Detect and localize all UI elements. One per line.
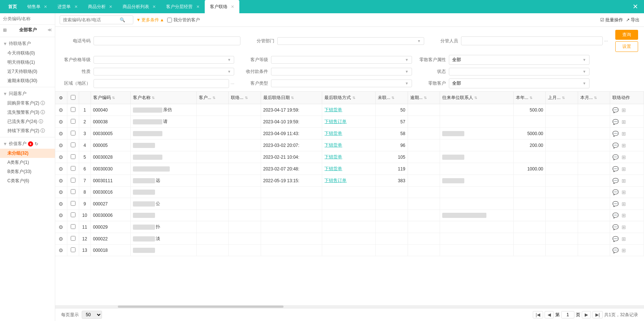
- customer-grade-select[interactable]: ▼: [271, 56, 412, 64]
- overdue-days-header[interactable]: 逾期... ⇅: [408, 92, 440, 104]
- batch-operation-link[interactable]: ☑ 批量操作: [600, 17, 623, 23]
- collapse-icon[interactable]: ≪: [47, 28, 52, 32]
- message-icon[interactable]: 💬: [612, 166, 619, 172]
- row-last-method[interactable]: [322, 221, 376, 233]
- close-analysis-list-icon[interactable]: ✕: [152, 4, 156, 9]
- no-contact-days-header[interactable]: 未联... ⇅: [376, 92, 408, 104]
- row-settings[interactable]: ⚙: [55, 210, 67, 221]
- year-sales-header[interactable]: 本年... ⇅: [513, 92, 546, 104]
- sidebar-item-c-class[interactable]: C类客户(6): [0, 176, 55, 186]
- grid-action-icon[interactable]: ⊞: [622, 247, 626, 253]
- grid-action-icon[interactable]: ⊞: [622, 107, 626, 113]
- grid-action-icon[interactable]: ⊞: [622, 166, 626, 172]
- close-segment-icon[interactable]: ✕: [196, 4, 200, 9]
- row-settings[interactable]: ⚙: [55, 245, 67, 256]
- retail-customer-select[interactable]: 全部 ▼: [449, 78, 590, 88]
- sidebar-item-a-class[interactable]: A类客户(1): [0, 158, 55, 167]
- checkbox-header[interactable]: [67, 92, 79, 104]
- row-checkbox[interactable]: [67, 128, 79, 140]
- message-icon[interactable]: 💬: [612, 178, 619, 184]
- grid-action-icon[interactable]: ⊞: [622, 189, 626, 195]
- row-checkbox[interactable]: [67, 104, 79, 116]
- tab-analysis-list[interactable]: 商品分析列表 ✕: [117, 0, 161, 13]
- tab-customer-segment[interactable]: 客户分层经营 ✕: [161, 0, 204, 13]
- search-input[interactable]: [63, 17, 118, 22]
- tab-purchase[interactable]: 进货单 ✕: [52, 0, 82, 13]
- sidebar-item-overdue[interactable]: 逾期未联络(30): [0, 76, 55, 85]
- message-icon[interactable]: 💬: [612, 142, 619, 148]
- sidebar-item-week[interactable]: 近7天待联络(0): [0, 67, 55, 76]
- row-settings[interactable]: ⚙: [55, 198, 67, 210]
- message-icon[interactable]: 💬: [612, 189, 619, 195]
- row-checkbox[interactable]: [67, 116, 79, 128]
- search-icon[interactable]: 🔍: [120, 17, 125, 22]
- row-settings[interactable]: ⚙: [55, 175, 67, 187]
- sidebar-group-problem[interactable]: ▼ 问题客户: [0, 89, 55, 99]
- message-icon[interactable]: 💬: [612, 201, 619, 207]
- nature-select[interactable]: ▼: [94, 68, 234, 75]
- row-last-method[interactable]: 下销售订单: [322, 175, 376, 187]
- next-page-button[interactable]: ▶: [582, 311, 591, 318]
- grid-action-icon[interactable]: ⊞: [622, 142, 626, 148]
- sidebar-group-value[interactable]: ▼ 价值客户 ● ↻: [0, 139, 55, 149]
- phone-input[interactable]: [94, 36, 240, 45]
- last-page-button[interactable]: ▶|: [592, 311, 603, 318]
- row-settings[interactable]: ⚙: [55, 187, 67, 198]
- row-last-method[interactable]: [322, 210, 376, 221]
- my-customers-checkbox[interactable]: 我分管的客户: [167, 17, 200, 23]
- last-contact-method-header[interactable]: 最后联络方式 ⇅: [322, 92, 376, 104]
- row-last-method[interactable]: 下销货单: [322, 128, 376, 140]
- row-settings[interactable]: ⚙: [55, 128, 67, 140]
- row-settings[interactable]: ⚙: [55, 116, 67, 128]
- tab-analysis[interactable]: 商品分析 ✕: [83, 0, 117, 13]
- page-number-input[interactable]: [561, 311, 574, 318]
- dept-select[interactable]: ▼: [277, 37, 424, 45]
- row-settings[interactable]: ⚙: [55, 233, 67, 245]
- row-last-method[interactable]: [322, 187, 376, 198]
- close-analysis-icon[interactable]: ✕: [109, 4, 112, 9]
- sidebar-item-nosale[interactable]: 持续下滑客户(2) ⓘ: [0, 126, 55, 135]
- all-customers-header[interactable]: ⊞ 全部客户 ≪: [0, 25, 55, 35]
- grid-action-icon[interactable]: ⊞: [622, 119, 626, 125]
- my-customers-check[interactable]: [167, 18, 172, 22]
- export-link[interactable]: ↗ 导出: [626, 17, 640, 23]
- sidebar-item-b-class[interactable]: B类客户(33): [0, 167, 55, 176]
- row-settings[interactable]: ⚙: [55, 151, 67, 163]
- sidebar-item-churn-risk[interactable]: 流失预警客户(3) ⓘ: [0, 108, 55, 117]
- sidebar-item-ungroup[interactable]: 未分组(32): [0, 149, 55, 158]
- message-icon[interactable]: 💬: [612, 236, 619, 242]
- payment-select[interactable]: ▼: [271, 68, 412, 75]
- grid-action-icon[interactable]: ⊞: [622, 131, 626, 137]
- row-last-method[interactable]: 下销货单: [322, 151, 376, 163]
- message-icon[interactable]: 💬: [612, 119, 619, 125]
- grid-action-icon[interactable]: ⊞: [622, 154, 626, 160]
- close-purchase-icon[interactable]: ✕: [74, 4, 78, 9]
- close-contact-icon[interactable]: ✕: [231, 4, 234, 9]
- retail-attr-select[interactable]: 全部 ▼: [449, 55, 590, 65]
- sidebar-item-today[interactable]: 今天待联络(0): [0, 49, 55, 58]
- sidebar-item-tomorrow[interactable]: 明天待联络(1): [0, 58, 55, 67]
- message-icon[interactable]: 💬: [612, 107, 619, 113]
- grid-action-icon[interactable]: ⊞: [622, 224, 626, 230]
- row-checkbox[interactable]: [67, 163, 79, 175]
- last-month-header[interactable]: 上月... ⇅: [546, 92, 578, 104]
- query-button[interactable]: 查询: [615, 30, 638, 40]
- row-settings[interactable]: ⚙: [55, 104, 67, 116]
- sidebar-item-abnormal[interactable]: 回购异常客户(2) ⓘ: [0, 99, 55, 108]
- row-last-method[interactable]: 下销货单: [322, 104, 376, 116]
- contact-header[interactable]: 联络... ⇅: [229, 92, 261, 104]
- row-settings[interactable]: ⚙: [55, 140, 67, 151]
- message-icon[interactable]: 💬: [612, 212, 619, 218]
- tab-sales[interactable]: 销售单 ✕: [22, 0, 52, 13]
- refresh-icon[interactable]: ↻: [35, 141, 38, 147]
- message-icon[interactable]: 💬: [612, 224, 619, 230]
- reset-button[interactable]: 设置: [615, 41, 638, 52]
- more-filters-button[interactable]: ▼ 更多条件 ▲: [136, 17, 164, 23]
- sidebar-group-pending[interactable]: ▼ 待联络客户: [0, 39, 55, 49]
- window-close-button[interactable]: ✕: [630, 3, 641, 11]
- close-sales-icon[interactable]: ✕: [44, 4, 47, 9]
- price-grade-select[interactable]: ▼: [94, 56, 234, 64]
- row-last-method[interactable]: [322, 198, 376, 210]
- region-input[interactable]: [94, 79, 229, 88]
- row-checkbox[interactable]: [67, 187, 79, 198]
